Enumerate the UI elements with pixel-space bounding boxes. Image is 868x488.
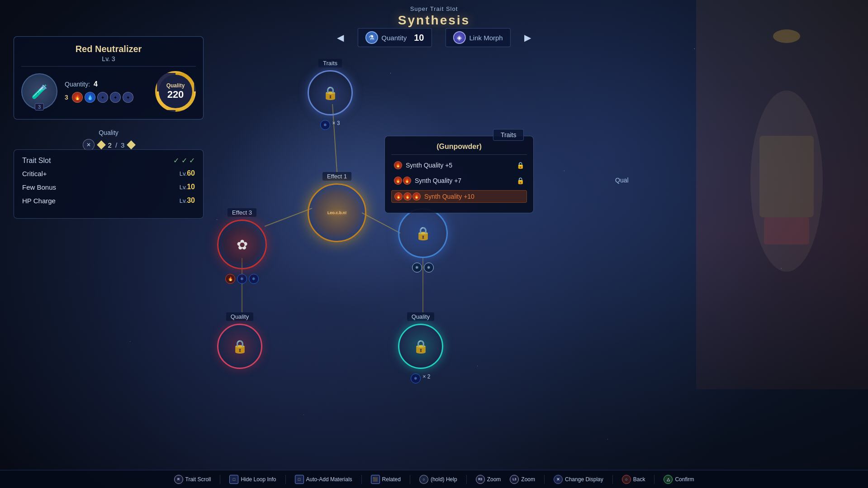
trait-row-0: Critical+ Lv.60 — [22, 169, 195, 177]
node-quality-br-subicons: ❄ × 2 — [411, 373, 430, 383]
trait-name-2: HP Charge — [22, 197, 56, 205]
node-traits-label: Traits — [318, 59, 342, 67]
ctrl-confirm: △ Confirm — [664, 475, 694, 484]
sub-icon-br-water: ❄ — [411, 373, 421, 383]
auto-add-btn[interactable]: □ — [295, 475, 304, 484]
node-effect1[interactable]: Effect 1 Leo.c.b.n! — [308, 172, 366, 242]
divider-7 — [612, 475, 613, 484]
popup-icon-2-0: 🔥 — [394, 192, 403, 201]
popup-icon-1-0: 🔥 — [394, 177, 402, 185]
quality-bl-lock: 🔒 — [232, 339, 248, 354]
related-label: Related — [382, 476, 401, 483]
divider-2 — [285, 475, 286, 484]
svg-line-2 — [362, 213, 400, 233]
traits-right-text: Traits — [501, 131, 516, 139]
sub-icon-water-2: ❄ — [249, 274, 259, 284]
trait-name-0: Critical+ — [22, 170, 47, 177]
hide-loop-btn[interactable]: □ — [229, 475, 238, 484]
popup-icon-2-2: 🔥 — [413, 192, 421, 201]
node-traits[interactable]: Traits 🔒 ❄ × 3 — [308, 59, 353, 130]
trait-panel-header: Trait Slot ✓ ✓ ✓ — [22, 156, 195, 165]
effect3-content: ✿ — [237, 237, 248, 253]
ctrl-help: ○ (hold) Help — [419, 475, 457, 484]
quality-circle: Quality 220 — [155, 71, 196, 112]
link-morph-right-arrow[interactable]: ▶ — [524, 32, 531, 43]
popup-text-1: Synth Quality +7 — [415, 177, 461, 184]
popup-icons-1: 🔥 🔥 — [394, 177, 411, 185]
fire-element-icon: 🔥 — [72, 92, 83, 103]
zoom-in-label: Zoom — [487, 476, 501, 483]
item-content: 🧪 3 Quantity: 4 3 🔥 💧 ✦ ✦ ✦ Quality 220 — [21, 71, 196, 112]
node-traits-subicons: ❄ × 3 — [320, 120, 340, 130]
link-morph-label: Link Morph — [469, 34, 503, 42]
qual-right-text: Qual — [615, 177, 629, 184]
node-quality-bl-circle: 🔒 — [217, 324, 262, 369]
popup-lock-0: 🔒 — [517, 162, 524, 169]
node-quality-br[interactable]: Quality 🔒 ❄ × 2 — [398, 312, 443, 383]
trait-scroll-btn[interactable]: R — [174, 475, 183, 484]
popup-icon-2-1: 🔥 — [403, 192, 412, 201]
back-btn[interactable]: ○ — [622, 475, 631, 484]
change-display-label: Change Display — [565, 476, 603, 483]
traits-label-right: Traits — [493, 129, 524, 141]
quantity-number: 4 — [94, 80, 98, 88]
top-controls: ◀ ⚗ Quantity 10 ◈ Link Morph ▶ — [337, 28, 531, 47]
divider-4 — [410, 475, 410, 484]
popup-row-0: 🔥 Synth Quality +5 🔒 — [391, 159, 527, 171]
quantity-block: ⚗ Quantity 10 — [357, 28, 432, 47]
trait-scroll-label: Trait Scroll — [185, 476, 211, 483]
divider-8 — [654, 475, 655, 484]
node-quality-right-circle: 🔒 — [398, 208, 448, 258]
help-label: (hold) Help — [431, 476, 457, 483]
quality-inner: Quality 220 — [159, 75, 192, 108]
confirm-label: Confirm — [675, 476, 694, 483]
zoom-in-btn[interactable]: R3 — [476, 475, 485, 484]
quantity-text: Quantity: — [65, 81, 90, 88]
item-panel: Red Neutralizer Lv. 3 🧪 3 Quantity: 4 3 … — [14, 36, 204, 120]
quantity-row: Quantity: 4 — [65, 80, 148, 88]
sub-icon-snow-2: ❄ — [424, 263, 434, 273]
svg-line-1 — [265, 208, 312, 226]
traits-lock-icon: 🔒 — [323, 86, 338, 100]
quantity-icon: ⚗ — [365, 31, 378, 44]
divider-1 — [220, 475, 220, 484]
ctrl-zoom-in: R3 Zoom — [476, 475, 501, 484]
trait-popup: (Gunpowder) 🔥 Synth Quality +5 🔒 🔥 🔥 Syn… — [384, 136, 534, 213]
change-display-btn[interactable]: ✕ — [554, 475, 563, 484]
auto-add-label: Auto-Add Materials — [306, 476, 352, 483]
ctrl-trait-scroll: R Trait Scroll — [174, 475, 211, 484]
quality-current: 2 — [108, 141, 112, 149]
quality-section: Quality ✕ 2 / 3 — [14, 129, 204, 151]
node-effect3-label: Effect 3 — [228, 208, 256, 217]
item-header: Red Neutralizer Lv. 3 — [21, 44, 196, 67]
sub-icon-water-1: ❄ — [237, 274, 247, 284]
trait-panel: Trait Slot ✓ ✓ ✓ Critical+ Lv.60 Few Bon… — [14, 149, 204, 219]
hide-loop-label: Hide Loop Info — [241, 476, 276, 483]
node-effect3[interactable]: Effect 3 ✿ 🔥 ❄ ❄ — [217, 208, 267, 284]
confirm-btn[interactable]: △ — [664, 475, 673, 484]
quantity-left-arrow[interactable]: ◀ — [337, 32, 344, 43]
sub-icon-fire-1: 🔥 — [225, 274, 235, 284]
quality-br-lock: 🔒 — [413, 339, 429, 354]
page-title: Synthesis — [398, 13, 470, 28]
node-quality-right-subicons: ❄ ❄ — [412, 263, 434, 273]
node-quality-right[interactable]: 🔒 ❄ ❄ — [398, 208, 448, 273]
item-stats: Quantity: 4 3 🔥 💧 ✦ ✦ ✦ — [65, 80, 148, 103]
character-area — [696, 0, 868, 389]
element-icon-5: ✦ — [123, 92, 133, 103]
help-btn[interactable]: ○ — [419, 475, 428, 484]
node-quality-bl[interactable]: Quality 🔒 — [217, 312, 262, 369]
quality-separator: / — [115, 141, 117, 149]
qual-label-right: Qual — [615, 177, 629, 184]
popup-icon-0-0: 🔥 — [394, 161, 402, 169]
character-svg — [696, 0, 868, 389]
popup-icons-2: 🔥 🔥 🔥 — [394, 192, 421, 201]
water-element-icon: 💧 — [85, 92, 95, 103]
related-btn[interactable]: ⬛ — [371, 475, 380, 484]
element-icon-3: ✦ — [97, 92, 108, 103]
trait-row-1: Few Bonus Lv.10 — [22, 183, 195, 191]
zoom-out-btn[interactable]: L3 — [510, 475, 519, 484]
item-image: 🧪 3 — [21, 73, 57, 110]
sub-icon-snow-1: ❄ — [412, 263, 422, 273]
item-name: Red Neutralizer — [21, 44, 196, 54]
